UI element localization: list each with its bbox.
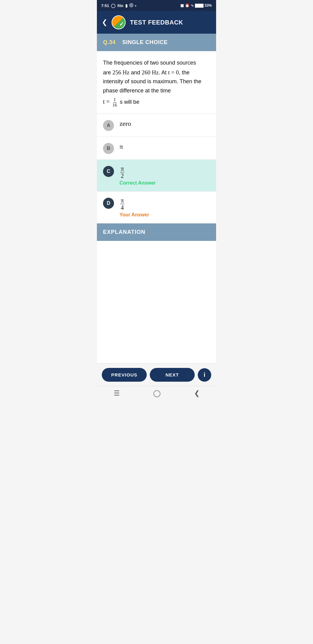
option-c-badge: C bbox=[103, 166, 114, 177]
signal-icon: ▇▇▇ bbox=[195, 3, 203, 8]
next-button[interactable]: NEXT bbox=[150, 368, 195, 382]
status-whatsapp-icon: ◯ bbox=[111, 3, 116, 8]
option-d-symbol: π 4 bbox=[120, 197, 149, 211]
explanation-content bbox=[97, 241, 216, 363]
explanation-header: EXPLANATION bbox=[97, 223, 216, 241]
question-header: Q.34 SINGLE CHOICE bbox=[97, 34, 216, 51]
wifi-icon: ∿ bbox=[191, 3, 194, 8]
status-google-icon: ⓒ bbox=[129, 3, 133, 8]
status-dot: • bbox=[135, 3, 137, 8]
status-left: 7:51 ◯ filo ▮ ⓒ • bbox=[101, 3, 136, 8]
question-number: Q.34 bbox=[103, 39, 116, 45]
battery-pct: 33% bbox=[204, 3, 212, 8]
explanation-title: EXPLANATION bbox=[103, 229, 145, 235]
header-title: TEST FEEDBACK bbox=[130, 19, 183, 26]
android-menu-icon[interactable]: ☰ bbox=[114, 389, 120, 397]
info-icon: i bbox=[204, 371, 205, 378]
question-line4: phase difference at the time bbox=[103, 86, 210, 95]
option-c-row[interactable]: C π 2 Correct Answer bbox=[97, 160, 216, 192]
your-answer-label: Your Answer bbox=[120, 212, 149, 218]
question-body: The frequencies of two sound sources are… bbox=[97, 51, 216, 114]
correct-answer-label: Correct Answer bbox=[120, 180, 156, 186]
question-text: The frequencies of two sound sources are… bbox=[103, 58, 210, 107]
option-b-row[interactable]: B π bbox=[97, 137, 216, 160]
question-line2: are 256 Hz and 260 Hz. At t = 0, the bbox=[103, 68, 210, 77]
option-d-row[interactable]: D π 4 Your Answer bbox=[97, 192, 216, 223]
check-icon: ✓ bbox=[119, 21, 124, 28]
status-time: 7:51 bbox=[101, 3, 109, 8]
cast-icon: ▩ bbox=[180, 3, 184, 8]
bottom-bar: PREVIOUS NEXT i bbox=[97, 363, 216, 386]
status-right: ▩ ⏰ ∿ ▇▇▇ 33% bbox=[180, 3, 212, 8]
status-carrier: filo bbox=[117, 3, 123, 8]
android-home-icon[interactable]: ◯ bbox=[153, 389, 161, 397]
option-b-symbol: π bbox=[120, 142, 123, 151]
question-type: SINGLE CHOICE bbox=[122, 39, 168, 45]
option-a-row[interactable]: A zero bbox=[97, 114, 216, 137]
option-b-badge: B bbox=[103, 143, 114, 154]
status-chat-icon: ▮ bbox=[125, 3, 127, 8]
question-line1: The frequencies of two sound sources bbox=[103, 58, 210, 68]
option-c-content: π 2 Correct Answer bbox=[120, 165, 156, 186]
alarm-icon: ⏰ bbox=[185, 3, 190, 8]
option-a-symbol: zero bbox=[120, 119, 131, 128]
question-label: Q.34 SINGLE CHOICE bbox=[103, 39, 168, 45]
fraction-1-16: 1 16 bbox=[112, 97, 118, 107]
option-a-badge: A bbox=[103, 120, 114, 131]
option-b-content: π bbox=[120, 142, 123, 151]
question-line3: intensity of sound is maximum. Then the bbox=[103, 77, 210, 86]
app-header: ❮ ✓ TEST FEEDBACK bbox=[97, 11, 216, 34]
app-logo: ✓ bbox=[112, 15, 126, 29]
question-line5: t = 1 16 s will be bbox=[103, 97, 210, 107]
android-nav-bar: ☰ ◯ ❮ bbox=[97, 386, 216, 402]
info-button[interactable]: i bbox=[198, 368, 211, 382]
back-button[interactable]: ❮ bbox=[102, 19, 107, 26]
option-a-content: zero bbox=[120, 119, 131, 128]
previous-button[interactable]: PREVIOUS bbox=[102, 368, 147, 382]
option-d-content: π 4 Your Answer bbox=[120, 197, 149, 218]
android-back-icon[interactable]: ❮ bbox=[194, 389, 200, 397]
status-bar: 7:51 ◯ filo ▮ ⓒ • ▩ ⏰ ∿ ▇▇▇ 33% bbox=[97, 0, 216, 11]
option-c-symbol: π 2 bbox=[120, 165, 156, 179]
option-d-badge: D bbox=[103, 198, 114, 209]
